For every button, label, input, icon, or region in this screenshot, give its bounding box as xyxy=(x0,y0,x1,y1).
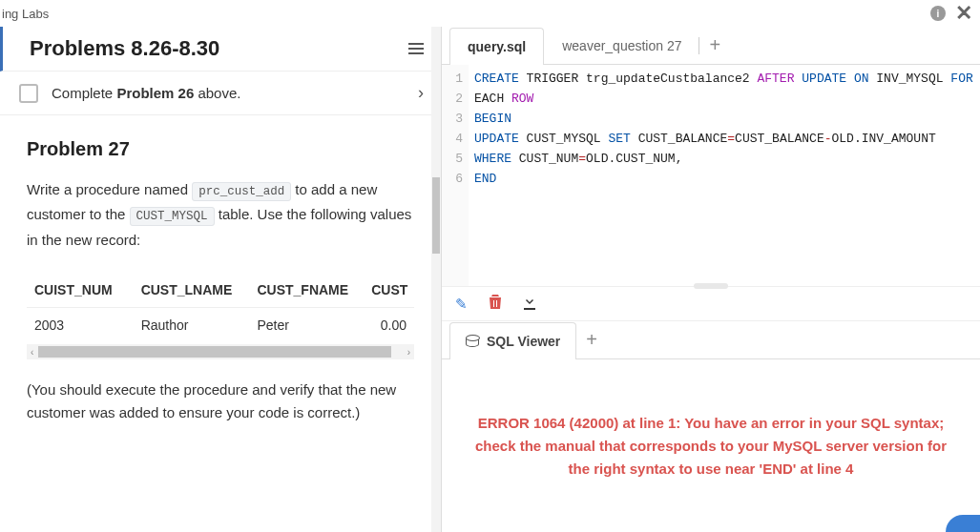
tab-label: query.sql xyxy=(468,39,526,54)
edit-icon[interactable]: ✎ xyxy=(455,296,468,313)
table-row: 2003 Rauthor Peter 0.00 xyxy=(27,308,414,343)
tab-label: weaver_question 27 xyxy=(562,38,681,53)
add-tab-icon[interactable]: + xyxy=(700,34,731,56)
complete-label: Complete Problem 26 above. xyxy=(52,85,240,101)
editor-toolbar: ✎ xyxy=(442,286,980,321)
sql-output-panel: ERROR 1064 (42000) at line 1: You have a… xyxy=(442,359,980,532)
values-table-wrap: CUIST_NUM CUST_LNAME CUST_FNAME CUST 200… xyxy=(27,273,414,359)
viewer-tab-label: SQL Viewer xyxy=(487,334,560,349)
viewer-tabs: SQL Viewer + xyxy=(442,321,980,359)
chevron-right-icon[interactable]: › xyxy=(418,83,424,103)
th-lname: CUST_LNAME xyxy=(134,273,250,308)
problem-content: Problem 27 Write a procedure named prc_c… xyxy=(0,115,441,532)
info-icon[interactable]: i xyxy=(930,6,946,21)
sql-error-text: ERROR 1064 (42000) at line 1: You have a… xyxy=(469,412,953,481)
drag-handle[interactable] xyxy=(694,283,728,289)
editor-panel: query.sql weaver_question 27 + 1 2 3 4 5… xyxy=(442,27,980,532)
menu-icon[interactable] xyxy=(408,43,424,54)
tab-sql-viewer[interactable]: SQL Viewer xyxy=(449,322,576,359)
table-horizontal-scrollbar[interactable]: ‹ › xyxy=(27,344,414,359)
complete-checkbox[interactable] xyxy=(19,84,38,103)
problem-heading: Problem 27 xyxy=(27,138,414,160)
th-custnum: CUIST_NUM xyxy=(27,273,134,308)
problems-title: Problems 8.26-8.30 xyxy=(30,36,219,61)
database-icon xyxy=(466,336,479,347)
problem-text: Write a procedure named prc_cust_add to … xyxy=(27,177,414,252)
scroll-left-icon[interactable]: ‹ xyxy=(31,347,33,358)
th-fname: CUST_FNAME xyxy=(249,273,364,308)
complete-problem-row[interactable]: Complete Problem 26 above. › xyxy=(0,72,441,115)
problems-panel: Problems 8.26-8.30 Complete Problem 26 a… xyxy=(0,27,442,532)
left-scroll-thumb[interactable] xyxy=(432,177,440,254)
values-table: CUIST_NUM CUST_LNAME CUST_FNAME CUST 200… xyxy=(27,273,414,342)
code-body[interactable]: CREATE TRIGGER trg_updateCustbalance2 AF… xyxy=(469,65,980,286)
problems-header: Problems 8.26-8.30 xyxy=(0,27,441,72)
top-bar: ing Labs i ✕ xyxy=(0,0,980,27)
tab-query-sql[interactable]: query.sql xyxy=(449,28,544,65)
editor-tabs: query.sql weaver_question 27 + xyxy=(442,27,980,65)
tab-weaver-question[interactable]: weaver_question 27 xyxy=(544,27,699,64)
add-viewer-tab-icon[interactable]: + xyxy=(576,329,607,351)
th-cust: CUST xyxy=(364,273,414,308)
left-vertical-scrollbar[interactable] xyxy=(431,27,441,532)
close-icon[interactable]: ✕ xyxy=(955,3,972,24)
trash-icon[interactable] xyxy=(489,295,502,313)
line-gutter: 1 2 3 4 5 6 xyxy=(442,65,469,286)
problem-note: (You should execute the procedure and ve… xyxy=(27,379,414,424)
code-proc-name: prc_cust_add xyxy=(192,182,291,201)
code-editor[interactable]: 1 2 3 4 5 6 CREATE TRIGGER trg_updateCus… xyxy=(442,65,980,286)
scroll-thumb[interactable] xyxy=(38,346,391,358)
app-title: ing Labs xyxy=(0,7,49,21)
download-icon[interactable] xyxy=(523,295,536,313)
scroll-right-icon[interactable]: › xyxy=(407,347,410,358)
code-table-name: CUST_MYSQL xyxy=(130,207,215,226)
